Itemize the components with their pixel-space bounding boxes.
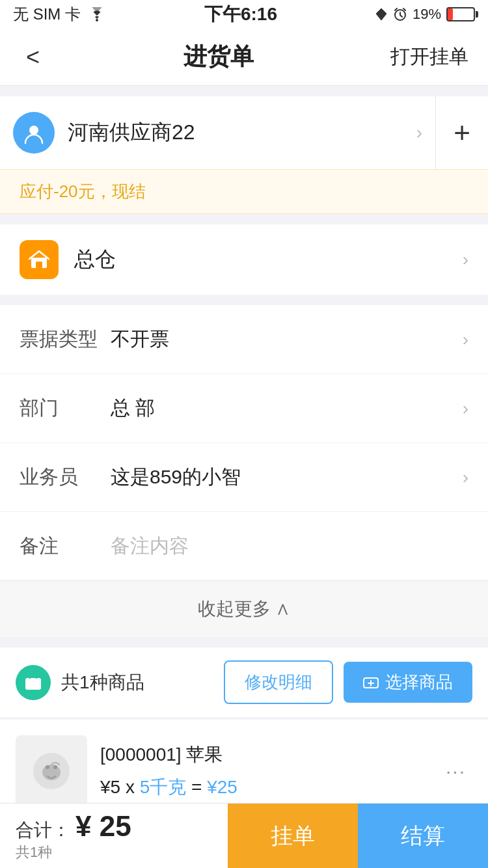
form-section: 票据类型 不开票 › 部门 总 部 › 业务员 这是859的小智 › 备注 备注…: [0, 305, 488, 580]
products-count: 共1种商品: [61, 670, 213, 695]
supplier-section: 河南供应商22 › +: [0, 96, 488, 169]
hang-button[interactable]: 挂单: [228, 804, 358, 868]
warehouse-svg-icon: [28, 249, 50, 271]
svg-point-0: [96, 19, 98, 21]
supplier-row[interactable]: 河南供应商22 ›: [0, 96, 436, 169]
collapse-label: 收起更多 ∧: [198, 597, 291, 621]
salesperson-label: 业务员: [20, 464, 104, 491]
battery-percent: 19%: [413, 6, 441, 23]
warehouse-name: 总仓: [74, 245, 456, 274]
alarm-icon: [393, 7, 407, 21]
status-bar-left: 无 SIM 卡: [13, 4, 107, 25]
avatar-icon: [22, 121, 46, 144]
svg-rect-5: [25, 678, 41, 690]
dept-row[interactable]: 部门 总 部 ›: [0, 374, 488, 443]
bottom-bar: 合计： ¥ 25 共1种 挂单 结算: [0, 803, 488, 868]
wifi-icon: [87, 7, 107, 21]
status-bar: 无 SIM 卡 下午6:16 19%: [0, 0, 488, 29]
battery-icon: [446, 7, 475, 21]
dept-chevron-icon: ›: [463, 398, 468, 419]
product-more-button[interactable]: ···: [439, 753, 472, 789]
select-product-button[interactable]: 选择商品: [344, 662, 472, 703]
ticket-type-row[interactable]: 票据类型 不开票 ›: [0, 305, 488, 374]
product-name: [0000001] 苹果: [100, 742, 426, 767]
salesperson-row[interactable]: 业务员 这是859的小智 ›: [0, 443, 488, 512]
ticket-type-chevron-icon: ›: [463, 329, 468, 350]
svg-point-9: [46, 765, 49, 769]
svg-point-10: [53, 765, 57, 769]
carrier-label: 无 SIM 卡: [13, 4, 81, 25]
product-price: ¥5 x 5千克 = ¥25: [100, 775, 426, 800]
salesperson-value: 这是859的小智: [104, 464, 456, 491]
supplier-chevron-icon: ›: [416, 122, 422, 143]
add-product-icon: [363, 675, 379, 690]
total-amount: ¥ 25: [75, 810, 131, 843]
warehouse-icon: [20, 240, 59, 279]
remark-row[interactable]: 备注 备注内容: [0, 512, 488, 580]
price-equals: =: [191, 777, 207, 797]
price-quantity: 5千克: [140, 777, 187, 797]
dept-value: 总 部: [104, 395, 456, 422]
dept-label: 部门: [20, 395, 104, 422]
status-bar-time: 下午6:16: [204, 2, 277, 27]
supplier-add-button[interactable]: +: [436, 96, 488, 169]
total-sub: 共1种: [16, 843, 212, 862]
bottom-total: 合计： ¥ 25 共1种: [0, 804, 228, 868]
location-icon: [375, 7, 388, 21]
open-hang-button[interactable]: 打开挂单: [390, 44, 468, 70]
product-info: [0000001] 苹果 ¥5 x 5千克 = ¥25: [100, 742, 426, 800]
price-base: ¥5 x: [100, 777, 140, 797]
collapse-button[interactable]: 收起更多 ∧: [0, 580, 488, 637]
total-label: 合计：: [16, 818, 70, 843]
remark-label: 备注: [20, 533, 104, 560]
products-header: 共1种商品 修改明细 选择商品: [0, 647, 488, 717]
products-icon: [16, 665, 51, 700]
battery-fill: [448, 8, 453, 20]
back-button[interactable]: <: [20, 37, 46, 77]
salesperson-chevron-icon: ›: [463, 467, 468, 488]
supplier-avatar: [13, 112, 55, 154]
supplier-alert-banner: 应付-20元，现结: [0, 169, 488, 214]
remark-input[interactable]: 备注内容: [104, 533, 468, 560]
svg-point-2: [29, 126, 38, 135]
total-row: 合计： ¥ 25: [16, 810, 212, 843]
status-bar-right: 19%: [375, 6, 475, 23]
settle-button[interactable]: 结算: [358, 804, 488, 868]
price-total: ¥25: [207, 777, 237, 797]
product-placeholder-icon: [32, 752, 71, 791]
warehouse-row[interactable]: 总仓 ›: [0, 224, 488, 295]
select-product-label: 选择商品: [385, 671, 453, 694]
ticket-type-value: 不开票: [104, 326, 456, 353]
warehouse-chevron-icon: ›: [463, 249, 468, 270]
edit-detail-button[interactable]: 修改明细: [224, 660, 333, 704]
supplier-name: 河南供应商22: [68, 118, 410, 147]
nav-bar: < 进货单 打开挂单: [0, 29, 488, 86]
svg-rect-4: [36, 262, 42, 268]
ticket-type-label: 票据类型: [20, 326, 104, 353]
page-title: 进货单: [183, 41, 254, 73]
product-id: [0000001] 苹果: [100, 744, 223, 765]
cart-icon: [23, 673, 43, 692]
product-thumbnail: [16, 735, 87, 807]
